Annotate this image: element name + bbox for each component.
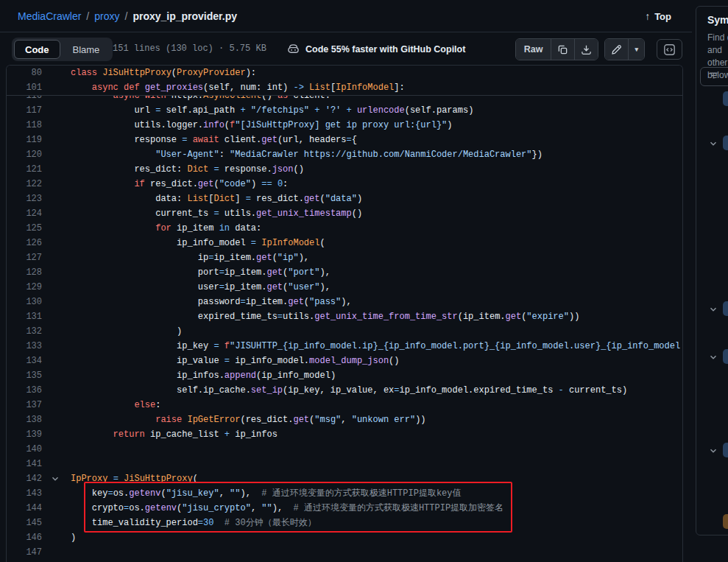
line-number[interactable]: 123 [7, 192, 42, 206]
fold-gutter [42, 96, 71, 103]
code-text: raise IpGetError(res_dict.get("msg", "un… [71, 412, 426, 427]
copy-button[interactable] [551, 39, 574, 60]
sticky-context-lines: 80class JiSuHttpProxy(ProxyProvider):101… [7, 66, 682, 96]
fold-gutter [42, 530, 71, 545]
download-button[interactable] [574, 39, 598, 60]
symbol-row[interactable] [696, 514, 728, 529]
line-number[interactable]: 134 [7, 354, 42, 368]
line-number[interactable]: 132 [7, 324, 42, 339]
line-number[interactable]: 143 [7, 486, 42, 501]
line-number[interactable]: 139 [7, 427, 42, 442]
tab-blame[interactable]: Blame [62, 40, 111, 59]
fold-gutter [42, 177, 71, 192]
chevron-down-icon[interactable] [709, 304, 718, 316]
code-text: ip_infos.append(ip_info_model) [71, 368, 336, 383]
edit-dropdown-button[interactable]: ▾ [628, 39, 644, 60]
code-text: ip_key = f"JISUHTTP_{ip_info_model.ip}_{… [71, 339, 680, 354]
symbol-row[interactable] [696, 349, 728, 364]
chevron-down-icon[interactable] [709, 446, 718, 457]
code-line: 119 response = await client.get(url, hea… [7, 133, 682, 147]
code-text: response = await client.get(url, headers… [71, 133, 357, 147]
line-number[interactable]: 135 [7, 368, 42, 383]
breadcrumb-dir-link[interactable]: proxy [94, 10, 119, 22]
code-text: ip_value = ip_info_model.model_dump_json… [71, 354, 400, 368]
symbol-row[interactable] [696, 136, 728, 150]
raw-copy-download-group: Raw [515, 38, 599, 60]
line-number[interactable]: 126 [7, 236, 42, 250]
raw-button[interactable]: Raw [516, 39, 551, 60]
line-number[interactable]: 127 [7, 250, 42, 265]
line-number[interactable]: 140 [7, 442, 42, 457]
line-number[interactable]: 118 [7, 118, 42, 133]
chevron-down-icon[interactable] [709, 138, 718, 150]
line-number[interactable]: 116 [7, 96, 42, 103]
line-number[interactable]: 137 [7, 398, 42, 412]
fold-gutter [42, 133, 71, 147]
line-number[interactable]: 147 [7, 545, 42, 560]
code-text: self.ip_cache.set_ip(ip_key, ip_value, e… [71, 383, 627, 398]
line-number[interactable]: 120 [7, 147, 42, 162]
code-text: async with httpx.AsyncClient() as client… [71, 96, 331, 103]
line-number[interactable]: 124 [7, 206, 42, 221]
breadcrumb-file-name: proxy_ip_provider.py [132, 10, 237, 22]
code-text: ip=ip_item.get("ip"), [71, 250, 309, 265]
code-text: ) [71, 324, 182, 339]
symbol-row[interactable] [696, 301, 728, 316]
code-text: user=ip_item.get("user"), [71, 280, 331, 295]
line-number[interactable]: 101 [7, 80, 42, 95]
line-number[interactable]: 80 [7, 66, 42, 80]
code-scroll-area[interactable]: 116 async with httpx.AsyncClient() as cl… [7, 96, 682, 562]
tab-code[interactable]: Code [14, 40, 60, 59]
fold-gutter [42, 383, 71, 398]
code-text: class JiSuHttpProxy(ProxyProvider): [71, 66, 256, 80]
code-line: 145 time_validity_period=30 # 30分钟（最长时效） [7, 516, 682, 530]
back-to-top-link[interactable]: ↑ Top [645, 0, 671, 32]
code-line: 136 self.ip_cache.set_ip(ip_key, ip_valu… [7, 383, 682, 398]
code-line: 130 password=ip_item.get("pass"), [7, 295, 682, 309]
line-number[interactable]: 146 [7, 530, 42, 545]
line-number[interactable]: 121 [7, 162, 42, 177]
line-number[interactable]: 119 [7, 133, 42, 147]
chevron-down-icon[interactable] [709, 352, 718, 364]
line-number[interactable]: 138 [7, 412, 42, 427]
file-actions: Raw [515, 38, 682, 60]
code-text: expired_time_ts=utils.get_unix_time_from… [71, 309, 579, 324]
line-number[interactable]: 129 [7, 280, 42, 295]
line-number[interactable]: 136 [7, 383, 42, 398]
symbols-toggle-button[interactable] [657, 39, 682, 60]
line-number[interactable]: 144 [7, 501, 42, 516]
fold-gutter [42, 192, 71, 206]
symbol-row[interactable] [696, 443, 728, 457]
line-number[interactable]: 141 [7, 457, 42, 471]
filter-symbols-input[interactable] [700, 67, 728, 86]
symbol-row[interactable] [696, 91, 728, 106]
line-number[interactable]: 117 [7, 103, 42, 118]
fold-gutter [42, 80, 71, 95]
line-number[interactable]: 122 [7, 177, 42, 192]
breadcrumb: MediaCrawler / proxy / proxy_ip_provider… [0, 0, 692, 32]
code-line: 101 async def get_proxies(self, num: int… [7, 80, 682, 95]
line-number[interactable]: 130 [7, 295, 42, 309]
code-blame-switcher: Code Blame [12, 38, 113, 61]
code-line: 129 user=ip_item.get("user"), [7, 280, 682, 295]
fold-gutter [42, 457, 71, 471]
line-number[interactable]: 133 [7, 339, 42, 354]
line-number[interactable]: 145 [7, 516, 42, 530]
fold-chevron-down-icon[interactable] [42, 471, 71, 486]
fold-gutter [42, 250, 71, 265]
line-number[interactable]: 128 [7, 265, 42, 280]
line-number[interactable]: 125 [7, 221, 42, 236]
breadcrumb-repo-link[interactable]: MediaCrawler [18, 10, 81, 22]
edit-button[interactable] [605, 39, 628, 60]
code-text: password=ip_item.get("pass"), [71, 295, 352, 309]
line-number[interactable]: 131 [7, 309, 42, 324]
symbol-kind-badge [723, 91, 728, 106]
line-number[interactable]: 142 [7, 471, 42, 486]
code-text: data: List[Dict] = res_dict.get("data") [71, 192, 362, 206]
fold-gutter [42, 162, 71, 177]
copilot-banner[interactable]: Code 55% faster with GitHub Copilot [287, 43, 465, 55]
fold-gutter [42, 354, 71, 368]
code-line: 120 "User-Agent": "MediaCrawler https://… [7, 147, 682, 162]
fold-gutter [42, 147, 71, 162]
fold-gutter [42, 412, 71, 427]
